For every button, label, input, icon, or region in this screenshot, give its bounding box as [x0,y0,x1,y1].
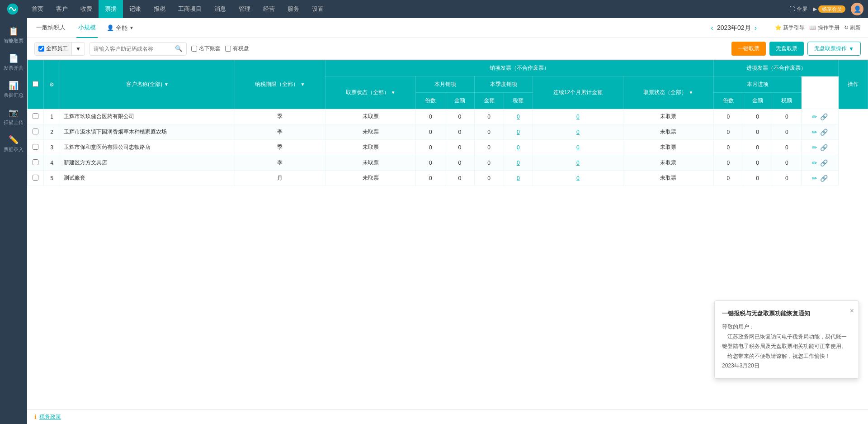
th-sales-yearly: 连续12个月累计金额 [533,76,623,109]
notification-popup: × 一键报税与无盘取票功能恢复通知 尊敬的用户： 江苏政务网已恢复访问电子税务局… [714,300,859,379]
table-row: 3 卫辉市保和堂医药有限公司忠顿路店 季 未取票 0 0 0 0 0 未取票 0… [28,140,868,155]
th-client-name: 客户名称(全部)▼ [60,60,235,109]
app-logo [5,1,21,17]
top-nav-right: ⛶ 全屏 ▶ 畅享会员 👤 [789,3,863,15]
detail-icon[interactable]: 🔗 [820,144,828,151]
search-input[interactable] [90,42,171,56]
sidebar-item-summary[interactable]: 📊 票据汇总 [1,77,26,102]
refresh-btn[interactable]: ↻ 刷新 [844,24,861,32]
th-operations: 操作 [839,60,868,109]
entry-icon: ✏️ [9,135,19,145]
nav-ticket[interactable]: 票据 [99,0,123,18]
nav-bookkeeping[interactable]: 记账 [123,0,147,18]
my-accounts-checkbox[interactable] [191,46,197,52]
tab-general[interactable]: 一般纳税人 [34,18,67,38]
user-avatar[interactable]: 👤 [851,3,863,15]
notification-body-scroll[interactable]: 尊敬的用户： 江苏政务网已恢复访问电子税务局功能，易代账一键登陆电子税务局及无盘… [722,322,851,371]
notification-title: 一键报税与无盘取票功能恢复通知 [722,308,851,319]
edit-icon[interactable]: ✏ [812,144,817,151]
th-sm-count: 份数 [416,93,445,109]
nav-home[interactable]: 首页 [25,0,50,18]
tab-all[interactable]: 👤 全能 ▼ [107,24,134,32]
all-employee-checkbox[interactable] [38,46,44,52]
sidebar-item-entry[interactable]: ✏️ 票据录入 [1,131,26,157]
table-row: 1 卫辉市玖玖健合医药有限公司 季 未取票 0 0 0 0 0 未取票 0 0 … [28,109,868,124]
tax-policy-link[interactable]: 税务政策 [39,413,61,421]
table-header-group: ⚙ 客户名称(全部)▼ 纳税期限（全部）▼ 销项发票（不合作废票） 进项发票（不… [28,60,868,76]
search-btn[interactable]: 🔍 [171,42,186,56]
settings-icon: ⚙ [49,81,54,88]
th-settings: ⚙ [44,60,60,109]
nav-client[interactable]: 客户 [50,0,74,18]
row-checkbox-3[interactable] [33,159,38,165]
filter-icon[interactable]: ▼ [164,82,169,87]
sidebar-item-invoice[interactable]: 📄 发票开具 [1,50,26,75]
th-purchase-monthly: 本月进项 [714,76,802,93]
edit-icon[interactable]: ✏ [812,129,817,136]
nav-manage[interactable]: 管理 [232,0,257,18]
th-checkbox [28,60,44,109]
row-checkbox-4[interactable] [33,175,38,181]
chevron-down-icon: ▼ [849,46,854,52]
filter-icon-4[interactable]: ▼ [689,90,693,95]
nav-fee[interactable]: 收费 [74,0,99,18]
sub-tabs: 一般纳税人 小规模 👤 全能 ▼ ‹ 2023年02月 › ⭐ 新手引导 📖 操… [27,18,868,38]
row-checkbox-1[interactable] [33,129,38,134]
nav-message[interactable]: 消息 [208,0,232,18]
detail-icon[interactable]: 🔗 [820,175,828,182]
fullscreen-btn[interactable]: ⛶ 全屏 [789,5,807,13]
table-body: 1 卫辉市玖玖健合医药有限公司 季 未取票 0 0 0 0 0 未取票 0 0 … [28,109,868,186]
edit-icon[interactable]: ✏ [812,175,817,182]
th-pm-tax: 税额 [772,93,802,109]
th-pm-amount: 金额 [743,93,772,109]
nav-business[interactable]: 工商项目 [172,0,208,18]
new-guide-btn[interactable]: ⭐ 新手引导 [775,24,805,32]
nav-operation[interactable]: 经营 [257,0,281,18]
detail-icon[interactable]: 🔗 [820,129,828,136]
date-nav: ‹ 2023年02月 › [711,24,757,32]
table-row: 2 卫辉市汲水镇下园润香烟草木种植家庭农场 季 未取票 0 0 0 0 0 未取… [28,124,868,140]
tax-disk-checkbox[interactable] [225,46,231,52]
filter-icon-3[interactable]: ▼ [391,90,396,95]
tab-small[interactable]: 小规模 [76,18,98,38]
select-all-checkbox[interactable] [33,81,38,87]
no-disk-fetch-btn[interactable]: 无盘取票 [769,42,804,56]
filter-icon-2[interactable]: ▼ [300,82,305,87]
my-accounts-checkbox-label[interactable]: 名下账套 [191,45,221,52]
employee-value: ▼ [72,46,85,52]
edit-icon[interactable]: ✏ [812,113,817,120]
nav-settings[interactable]: 设置 [306,0,330,18]
next-month-btn[interactable]: › [755,24,757,32]
main-nav: 首页 客户 收费 票据 记账 报税 工商项目 消息 管理 经营 服务 设置 [25,0,789,18]
detail-icon[interactable]: 🔗 [820,113,828,120]
summary-icon: 📊 [9,81,19,91]
employee-label: 全部员工 [35,42,72,56]
th-sq-amount: 金额 [474,93,504,109]
th-sales-status: 取票状态（全部）▼ [326,76,416,109]
row-checkbox-0[interactable] [33,113,38,119]
info-icon: ℹ [34,414,37,420]
prev-month-btn[interactable]: ‹ [711,24,713,32]
th-sales-quarterly: 本季度销项 [474,76,533,93]
th-sales-group: 销项发票（不合作废票） [326,60,714,76]
employee-select[interactable]: 全部员工 ▼ [34,42,85,56]
tax-disk-checkbox-label[interactable]: 有税盘 [225,45,249,52]
detail-icon[interactable]: 🔗 [820,159,828,167]
nav-service[interactable]: 服务 [281,0,306,18]
manual-btn[interactable]: 📖 操作手册 [809,24,839,32]
sidebar-item-smart-ticket[interactable]: 📋 智能取票 [1,23,26,48]
no-disk-ops-btn[interactable]: 无盘取票操作 ▼ [807,42,861,56]
vip-btn[interactable]: ▶ 畅享会员 [813,6,845,13]
one-key-fetch-btn[interactable]: 一键取票 [731,42,766,56]
smart-ticket-icon: 📋 [9,26,19,36]
edit-icon[interactable]: ✏ [812,159,817,167]
sidebar-item-scan[interactable]: 📷 扫描上传 [1,104,26,129]
row-checkbox-2[interactable] [33,144,38,150]
th-sm-amount: 金额 [445,93,475,109]
table-row: 4 新建区方方文具店 季 未取票 0 0 0 0 0 未取票 0 0 0 ✏ 🔗 [28,155,868,171]
nav-tax[interactable]: 报税 [147,0,172,18]
th-purchase-status: 取票状态（全部）▼ [623,76,713,109]
th-pm-count: 份数 [714,93,743,109]
chevron-down-icon: ▼ [75,46,81,52]
notification-close-btn[interactable]: × [850,305,854,318]
